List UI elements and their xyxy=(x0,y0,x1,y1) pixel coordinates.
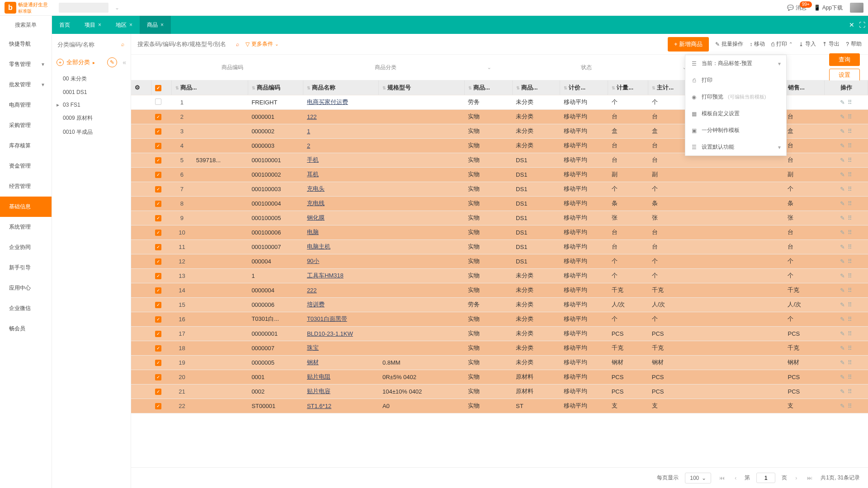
edit-icon[interactable]: ✎ xyxy=(840,287,845,294)
sidenav-item[interactable]: 畅会员 xyxy=(0,319,52,339)
search-icon[interactable]: ⌕ xyxy=(121,41,124,47)
tree-item[interactable]: 03 FS1 xyxy=(52,99,131,111)
edit-icon[interactable]: ✎ xyxy=(840,316,845,323)
edit-icon[interactable]: ✎ xyxy=(840,128,845,135)
table-row[interactable]: ✓180000007珠宝实物未分类移动平均千克千克千克✎⠿ xyxy=(131,341,868,355)
col-spec[interactable]: ⇅规格型号 xyxy=(379,80,464,95)
page-next[interactable]: › xyxy=(793,475,799,481)
tree-item[interactable]: 00 未分类 xyxy=(52,72,131,86)
edit-icon[interactable]: ✎ xyxy=(840,330,845,337)
edit-icon[interactable]: ✎ xyxy=(840,99,845,106)
tab-expand-icon[interactable]: ⛶ xyxy=(859,21,865,28)
row-checkbox[interactable]: ✓ xyxy=(155,244,161,250)
col-gear[interactable]: ⚙ xyxy=(131,80,151,95)
settings-button[interactable]: 设置 xyxy=(829,69,860,81)
row-checkbox[interactable]: ✓ xyxy=(155,287,161,294)
tab-close-all-icon[interactable]: ✕ xyxy=(849,21,854,28)
product-link[interactable]: 电脑 xyxy=(307,229,319,235)
table-row[interactable]: ✓140000004222实物未分类移动平均千克千克千克✎⠿ xyxy=(131,283,868,297)
more-icon[interactable]: ⠿ xyxy=(848,186,852,192)
product-link[interactable]: BLD10-23-1.1KW xyxy=(307,330,353,337)
product-link[interactable]: 工具车HM318 xyxy=(307,272,344,279)
product-link[interactable]: 充电线 xyxy=(307,200,325,206)
row-checkbox[interactable]: ✓ xyxy=(155,128,161,135)
print-action[interactable]: ⎙打印 xyxy=(685,72,786,89)
more-icon[interactable]: ⠿ xyxy=(848,258,852,265)
table-row[interactable]: ✓6000100002耳机实物DS1移动平均副副副✎⠿ xyxy=(131,167,868,182)
col-cat[interactable]: ⇅商品... xyxy=(512,80,560,95)
product-link[interactable]: 2 xyxy=(307,142,310,149)
sidenav-item[interactable]: 零售管理▼ xyxy=(0,54,52,75)
move-link[interactable]: ↕移动 xyxy=(750,40,765,48)
row-checkbox[interactable]: ✓ xyxy=(155,345,161,352)
table-row[interactable]: ✓1700000001BLD10-23-1.1KW实物未分类移动平均PCSPCS… xyxy=(131,326,868,341)
table-row[interactable]: ✓150000006培训费劳务未分类移动平均人/次人/次人/次✎⠿ xyxy=(131,297,868,312)
tree-item[interactable]: 0009 原材料 xyxy=(52,111,131,125)
more-icon[interactable]: ⠿ xyxy=(848,171,852,178)
more-icon[interactable]: ⠿ xyxy=(848,99,852,106)
sidenav-item[interactable]: 新手引导 xyxy=(0,258,52,278)
sidenav-item[interactable]: 资金管理 xyxy=(0,156,52,176)
row-checkbox[interactable]: ✓ xyxy=(155,215,161,221)
table-row[interactable]: ✓11000100007电脑主机实物DS1移动平均台台台✎⠿ xyxy=(131,239,868,254)
edit-icon[interactable]: ✎ xyxy=(840,244,845,250)
tab-项目[interactable]: 项目× xyxy=(77,16,108,34)
tree-edit-icon[interactable]: ✎ xyxy=(107,57,117,67)
tree-item[interactable]: 0001 DS1 xyxy=(52,86,131,99)
more-icon[interactable]: ⠿ xyxy=(848,128,852,135)
page-last[interactable]: ⏭ xyxy=(805,475,814,481)
tab-地区[interactable]: 地区× xyxy=(108,16,140,34)
more-icon[interactable]: ⠿ xyxy=(848,113,852,120)
more-icon[interactable]: ⠿ xyxy=(848,157,852,164)
product-link[interactable]: 电商买家付运费 xyxy=(307,99,348,105)
sidenav-item[interactable]: 企业协同 xyxy=(0,237,52,258)
product-search-input[interactable] xyxy=(137,41,228,47)
search-icon[interactable]: ⌕ xyxy=(236,41,239,47)
more-icon[interactable]: ⠿ xyxy=(848,345,852,352)
avatar[interactable] xyxy=(850,3,863,13)
filter-code[interactable]: 商品编码 xyxy=(137,64,327,71)
edit-icon[interactable]: ✎ xyxy=(840,345,845,352)
product-link[interactable]: 钢材 xyxy=(307,359,319,366)
table-row[interactable]: ✓1200000490小实物DS1移动平均个个个✎⠿ xyxy=(131,254,868,268)
sidenav-item[interactable]: 库存核算 xyxy=(0,136,52,156)
row-checkbox[interactable]: ✓ xyxy=(155,172,161,178)
col-attr[interactable]: ⇅商品... xyxy=(464,80,512,95)
row-checkbox[interactable]: ✓ xyxy=(155,114,161,120)
row-checkbox[interactable]: ✓ xyxy=(155,316,161,323)
row-checkbox[interactable]: ✓ xyxy=(155,258,161,265)
page-first[interactable]: ⏮ xyxy=(717,475,726,481)
row-checkbox[interactable]: ✓ xyxy=(155,389,161,395)
product-link[interactable]: 珠宝 xyxy=(307,344,319,351)
more-icon[interactable]: ⠿ xyxy=(848,374,852,380)
product-link[interactable]: 手机 xyxy=(307,156,319,163)
edit-icon[interactable]: ✎ xyxy=(840,200,845,207)
sidenav-item[interactable]: 应用中心 xyxy=(0,278,52,298)
col-barcode[interactable]: ⇅商品... xyxy=(171,80,248,95)
product-link[interactable]: 222 xyxy=(307,287,317,294)
print-one-minute[interactable]: ▣一分钟制作模板 xyxy=(685,122,786,139)
search-menu-tab[interactable]: 搜索菜单 xyxy=(0,16,52,34)
more-icon[interactable]: ⠿ xyxy=(848,359,852,366)
more-icon[interactable]: ⠿ xyxy=(848,316,852,323)
more-filters-toggle[interactable]: ▽ 更多条件 ⌄ xyxy=(245,40,278,48)
product-link[interactable]: 电脑主机 xyxy=(307,243,330,250)
more-icon[interactable]: ⠿ xyxy=(848,301,852,308)
add-product-button[interactable]: + 新增商品 xyxy=(668,37,709,52)
more-icon[interactable]: ⠿ xyxy=(848,229,852,236)
more-icon[interactable]: ⠿ xyxy=(848,287,852,294)
table-row[interactable]: ✓210002贴片电容104±10% 0402实物原材料移动平均PCSPCSPC… xyxy=(131,384,868,399)
sidenav-item[interactable]: 基础信息 xyxy=(0,197,52,217)
more-icon[interactable]: ⠿ xyxy=(848,388,852,395)
edit-icon[interactable]: ✎ xyxy=(840,403,845,409)
print-preview[interactable]: ◉打印预览(可编辑当前模板) xyxy=(685,89,786,105)
more-icon[interactable]: ⠿ xyxy=(848,142,852,149)
table-row[interactable]: ✓9000100005钢化膜实物DS1移动平均张张张✎⠿ xyxy=(131,211,868,225)
edit-icon[interactable]: ✎ xyxy=(840,186,845,192)
product-link[interactable]: T0301白面黑带 xyxy=(307,315,347,322)
tab-首页[interactable]: 首页 xyxy=(52,16,77,34)
import-link[interactable]: ⤓导入 xyxy=(799,40,816,48)
col-code[interactable]: ⇅商品编码 xyxy=(248,80,303,95)
sidenav-item[interactable]: 采购管理 xyxy=(0,115,52,136)
sidenav-item[interactable]: 快捷导航 xyxy=(0,34,52,54)
